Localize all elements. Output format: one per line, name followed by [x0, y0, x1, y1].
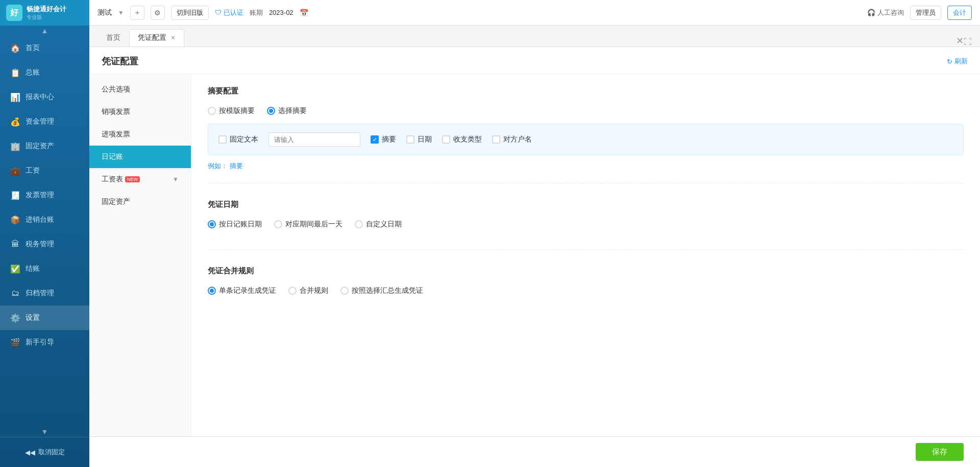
radio-select-summary[interactable]: 选择摘要	[267, 106, 307, 115]
consult-button[interactable]: 🎧 人工咨询	[867, 8, 904, 17]
accountant-button[interactable]: 会计	[947, 6, 972, 20]
sidebar-item-reports[interactable]: 📊 报表中心	[0, 85, 89, 109]
sidebar-item-archive[interactable]: 🗂 归档管理	[0, 281, 89, 306]
archive-icon: 🗂	[10, 289, 20, 298]
admin-button[interactable]: 管理员	[910, 6, 941, 20]
settings-icon: ⚙️	[10, 313, 20, 323]
new-badge: NEW	[125, 176, 140, 182]
payroll-icon: 💼	[10, 166, 20, 176]
guide-icon: 🎬	[10, 338, 20, 347]
radio-select-circle	[267, 107, 275, 115]
radio-merge-rules[interactable]: 合并规则	[288, 286, 328, 295]
checkbox-fixed-box	[218, 135, 227, 144]
radio-template-label: 按模版摘要	[219, 106, 255, 115]
sidebar-item-ledger[interactable]: 📋 总账	[0, 60, 89, 85]
app-name: 畅捷通好会计	[27, 5, 66, 14]
tab-bar: 首页 凭证配置 ✕ ✕ ⛶	[89, 26, 980, 47]
radio-single-circle	[208, 287, 216, 295]
checkbox-fixed-label: 固定文本	[230, 135, 258, 144]
expand-window-icon[interactable]: ⛶	[964, 37, 972, 46]
date-radio-group: 按日记账日期 对应期间最后一天 自定义日期	[208, 220, 964, 229]
checkbox-summary-label: 摘要	[382, 135, 396, 144]
period-value: 2023-02	[269, 9, 293, 16]
sidebar-item-settle[interactable]: ✅ 结账	[0, 256, 89, 281]
left-nav: 公共选项 销项发票 进项发票 日记账 工资表 NEW ▼ 固定资产	[89, 74, 191, 467]
invoice-icon: 🧾	[10, 191, 20, 200]
settle-icon: ✅	[10, 264, 20, 274]
sidebar-item-finance[interactable]: 💰 资金管理	[0, 109, 89, 134]
sidebar-item-settings[interactable]: ⚙️ 设置	[0, 306, 89, 330]
sidebar-scroll-up[interactable]: ▲	[0, 26, 89, 36]
company-dropdown-arrow[interactable]: ▼	[118, 9, 124, 16]
nav-payroll-arrow: ▼	[173, 176, 179, 183]
nav-item-payroll[interactable]: 工资表 NEW ▼	[89, 168, 191, 191]
cancel-fixed-button[interactable]: ◀◀ 取消固定	[6, 443, 83, 461]
settings-button[interactable]: ⚙	[151, 6, 165, 20]
sidebar-item-home[interactable]: 🏠 首页	[0, 36, 89, 60]
calendar-icon[interactable]: 📅	[300, 9, 308, 17]
checkbox-fixed-text[interactable]: 固定文本	[218, 135, 258, 144]
radio-single-label: 单条记录生成凭证	[219, 286, 276, 295]
radio-custom-date[interactable]: 自定义日期	[355, 220, 402, 229]
finance-icon: 💰	[10, 117, 20, 127]
refresh-button[interactable]: ↻ 刷新	[947, 57, 968, 66]
radio-select-label: 选择摘要	[278, 106, 307, 115]
nav-item-fixed-assets[interactable]: 固定资产	[89, 191, 191, 213]
sidebar-scroll-down[interactable]: ▼	[0, 427, 89, 437]
ledger-icon: 📋	[10, 68, 20, 78]
checkbox-date[interactable]: 日期	[406, 135, 432, 144]
cancel-fixed-icon: ◀◀	[25, 449, 35, 456]
nav-item-journal[interactable]: 日记账	[89, 146, 191, 168]
sales-icon: 📦	[10, 215, 20, 225]
reports-icon: 📊	[10, 92, 20, 102]
tab-close-icon[interactable]: ✕	[170, 34, 176, 41]
checkbox-counterpart[interactable]: 对方户名	[492, 135, 532, 144]
tab-home[interactable]: 首页	[97, 29, 129, 46]
checkbox-income-type[interactable]: 收支类型	[442, 135, 482, 144]
app-logo: 好 畅捷通好会计 专业版	[0, 0, 89, 26]
example-text: 例如： 摘要	[208, 161, 964, 171]
radio-period-last-day[interactable]: 对应期间最后一天	[274, 220, 342, 229]
fixed-text-input[interactable]	[268, 132, 360, 147]
assets-icon: 🏢	[10, 142, 20, 151]
tab-voucher-config[interactable]: 凭证配置 ✕	[129, 29, 184, 46]
logo-text: 畅捷通好会计 专业版	[27, 5, 66, 21]
radio-merge-circle	[288, 287, 297, 295]
sidebar-item-invoice[interactable]: 🧾 发票管理	[0, 183, 89, 207]
sidebar-item-payroll[interactable]: 💼 工资	[0, 158, 89, 183]
close-window-icon[interactable]: ✕	[956, 35, 964, 46]
radio-template-circle	[208, 107, 216, 115]
radio-single-record[interactable]: 单条记录生成凭证	[208, 286, 276, 295]
save-button[interactable]: 保存	[916, 443, 964, 461]
checkbox-row: 固定文本 摘要 日期 收支类型	[208, 124, 964, 155]
radio-period-last-circle	[274, 220, 282, 228]
nav-item-purchase-invoice[interactable]: 进项发票	[89, 123, 191, 146]
page-title: 凭证配置	[102, 55, 138, 67]
radio-summary-generate[interactable]: 按照选择汇总生成凭证	[340, 286, 423, 295]
checkbox-date-box	[406, 135, 414, 144]
nav-item-sales-invoice[interactable]: 销项发票	[89, 101, 191, 123]
headphone-icon: 🎧	[867, 9, 875, 16]
refresh-label: 刷新	[954, 57, 968, 66]
nav-journal-label: 日记账	[102, 152, 123, 161]
nav-purchase-invoice-label: 进项发票	[102, 130, 130, 139]
nav-item-public[interactable]: 公共选项	[89, 78, 191, 101]
app-edition: 专业版	[27, 14, 66, 21]
summary-radio-group: 按模版摘要 选择摘要	[208, 106, 964, 115]
sidebar-item-tax[interactable]: 🏛 税务管理	[0, 232, 89, 256]
radio-custom-date-label: 自定义日期	[366, 220, 402, 229]
period-label: 账期	[250, 8, 263, 17]
sidebar-item-guide[interactable]: 🎬 新手引导	[0, 330, 89, 355]
switch-old-button[interactable]: 切到旧版	[171, 6, 209, 20]
checkbox-income-box	[442, 135, 450, 144]
sidebar-item-sales[interactable]: 📦 进销台账	[0, 207, 89, 232]
home-icon: 🏠	[10, 43, 20, 53]
certified-label: 已认证	[224, 8, 243, 17]
sidebar-item-assets[interactable]: 🏢 固定资产	[0, 134, 89, 158]
radio-period-last-label: 对应期间最后一天	[285, 220, 342, 229]
merge-rules-title: 凭证合并规则	[208, 266, 964, 276]
add-button[interactable]: ＋	[130, 6, 144, 20]
checkbox-summary[interactable]: 摘要	[371, 135, 396, 144]
radio-template-summary[interactable]: 按模版摘要	[208, 106, 255, 115]
radio-journal-date[interactable]: 按日记账日期	[208, 220, 262, 229]
